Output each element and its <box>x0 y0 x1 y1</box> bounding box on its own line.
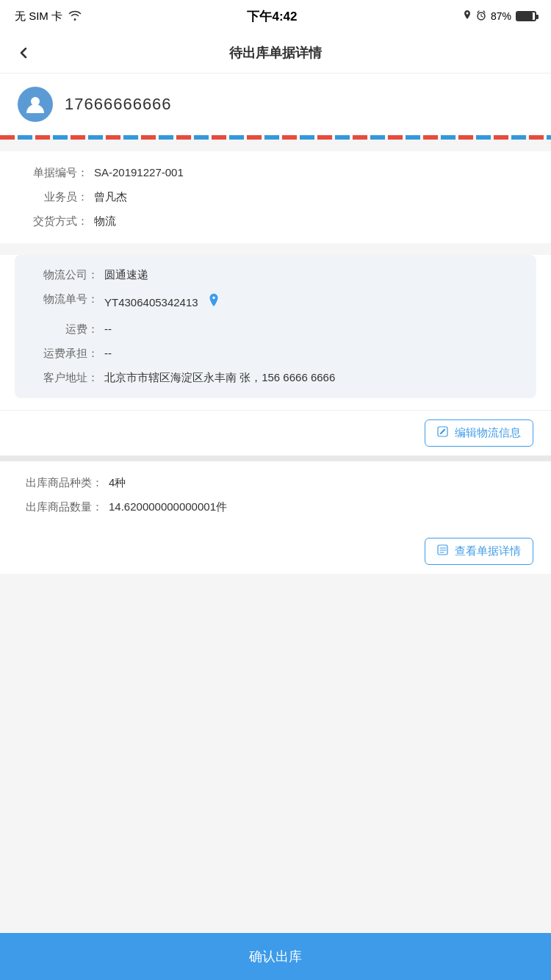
address-label: 客户地址： <box>32 371 98 385</box>
edit-icon <box>437 426 449 440</box>
freight-bear-label: 运费承担： <box>32 347 98 361</box>
freight-value: -- <box>104 323 519 335</box>
document-number-value: SA-20191227-001 <box>94 166 529 179</box>
document-number-row: 单据编号： SA-20191227-001 <box>22 166 529 180</box>
avatar <box>18 87 53 122</box>
logistics-tracking-label: 物流单号： <box>32 292 98 306</box>
products-quantity-value: 14.620000000000001件 <box>109 500 227 514</box>
document-number-label: 单据编号： <box>22 166 88 180</box>
delivery-method-row: 交货方式： 物流 <box>22 215 529 228</box>
freight-bear-row: 运费承担： -- <box>32 347 519 361</box>
list-icon <box>437 544 449 558</box>
back-button[interactable] <box>15 44 32 62</box>
freight-label: 运费： <box>32 323 98 336</box>
edit-logistics-button[interactable]: 编辑物流信息 <box>425 419 533 447</box>
delivery-method-value: 物流 <box>94 215 529 228</box>
section-separator <box>0 455 551 461</box>
edit-logistics-row: 编辑物流信息 <box>0 410 551 455</box>
tracking-number: YT4306405342413 <box>104 296 198 309</box>
freight-row: 运费： -- <box>32 323 519 336</box>
salesperson-value: 曾凡杰 <box>94 190 529 204</box>
products-section: 出库商品种类： 4种 出库商品数量： 14.620000000000001件 <box>0 461 551 529</box>
carrier-text: 无 SIM 卡 <box>15 10 62 24</box>
contact-header: 17666666666 <box>0 73 551 135</box>
page-title: 待出库单据详情 <box>229 44 322 62</box>
logistics-tracking-value: YT4306405342413 <box>104 292 519 312</box>
battery-icon <box>516 11 536 21</box>
confirm-button-container: 确认出库 <box>0 933 551 980</box>
contact-phone: 17666666666 <box>65 95 172 114</box>
status-right: 87% <box>463 10 536 23</box>
battery-percentage: 87% <box>491 10 511 22</box>
view-details-label: 查看单据详情 <box>455 544 521 558</box>
products-quantity-row: 出库商品数量： 14.620000000000001件 <box>22 500 529 514</box>
address-value: 北京市市辖区海淀区永丰南 张，156 6666 6666 <box>104 371 519 385</box>
alarm-icon <box>476 10 486 23</box>
logistics-company-row: 物流公司： 圆通速递 <box>32 268 519 282</box>
products-type-value: 4种 <box>109 476 126 490</box>
delivery-method-label: 交货方式： <box>22 215 88 228</box>
status-bar: 无 SIM 卡 下午4:42 87% <box>0 0 551 32</box>
dashed-divider <box>0 135 551 140</box>
map-pin-icon[interactable] <box>206 292 222 312</box>
edit-logistics-label: 编辑物流信息 <box>455 426 521 440</box>
confirm-outbound-button[interactable]: 确认出库 <box>0 945 551 968</box>
logistics-section: 物流公司： 圆通速递 物流单号： YT4306405342413 运费： -- … <box>15 255 536 398</box>
view-details-row: 查看单据详情 <box>0 529 551 574</box>
basic-info-section: 单据编号： SA-20191227-001 业务员： 曾凡杰 交货方式： 物流 <box>0 151 551 243</box>
salesperson-label: 业务员： <box>22 190 88 204</box>
status-left: 无 SIM 卡 <box>15 10 82 24</box>
view-details-button[interactable]: 查看单据详情 <box>425 538 533 565</box>
location-status-icon <box>463 10 472 23</box>
products-type-label: 出库商品种类： <box>22 476 103 490</box>
wifi-icon <box>68 10 82 23</box>
status-time: 下午4:42 <box>247 8 297 25</box>
freight-bear-value: -- <box>104 347 519 359</box>
salesperson-row: 业务员： 曾凡杰 <box>22 190 529 204</box>
logistics-company-label: 物流公司： <box>32 268 98 282</box>
nav-bar: 待出库单据详情 <box>0 32 551 73</box>
products-quantity-label: 出库商品数量： <box>22 500 103 514</box>
logistics-company-value: 圆通速递 <box>104 268 519 282</box>
logistics-tracking-row: 物流单号： YT4306405342413 <box>32 292 519 312</box>
address-row: 客户地址： 北京市市辖区海淀区永丰南 张，156 6666 6666 <box>32 371 519 385</box>
products-type-row: 出库商品种类： 4种 <box>22 476 529 490</box>
content-spacer <box>0 574 551 721</box>
